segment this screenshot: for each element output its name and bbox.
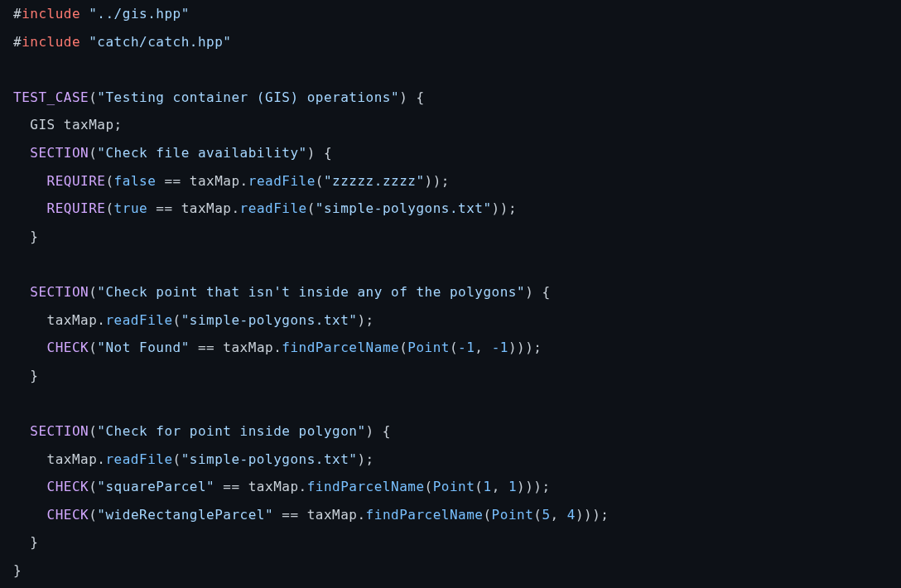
code-line: #include "../gis.hpp" bbox=[13, 0, 888, 28]
code-line: SECTION("Check file availability") { bbox=[13, 139, 888, 167]
code-line: GIS taxMap; bbox=[13, 111, 888, 139]
code-block: #include "../gis.hpp"#include "catch/cat… bbox=[13, 0, 888, 584]
code-line bbox=[13, 389, 888, 417]
code-line: CHECK("squareParcel" == taxMap.findParce… bbox=[13, 473, 888, 501]
code-line: SECTION("Check point that isn't inside a… bbox=[13, 278, 888, 306]
code-line bbox=[13, 250, 888, 278]
code-line bbox=[13, 55, 888, 84]
code-line: TEST_CASE("Testing container (GIS) opera… bbox=[13, 84, 888, 112]
code-line: REQUIRE(false == taxMap.readFile("zzzzz.… bbox=[13, 167, 888, 195]
code-line: } bbox=[13, 223, 888, 251]
code-line: } bbox=[13, 557, 888, 585]
code-line: } bbox=[13, 362, 888, 390]
code-line: CHECK("wideRectangleParcel" == taxMap.fi… bbox=[13, 501, 888, 529]
code-line: taxMap.readFile("simple-polygons.txt"); bbox=[13, 306, 888, 335]
code-line: taxMap.readFile("simple-polygons.txt"); bbox=[13, 446, 888, 474]
code-line: SECTION("Check for point inside polygon"… bbox=[13, 417, 888, 446]
code-line: REQUIRE(true == taxMap.readFile("simple-… bbox=[13, 195, 888, 223]
code-line: #include "catch/catch.hpp" bbox=[13, 28, 888, 56]
code-line: CHECK("Not Found" == taxMap.findParcelNa… bbox=[13, 334, 888, 362]
code-line: } bbox=[13, 528, 888, 557]
